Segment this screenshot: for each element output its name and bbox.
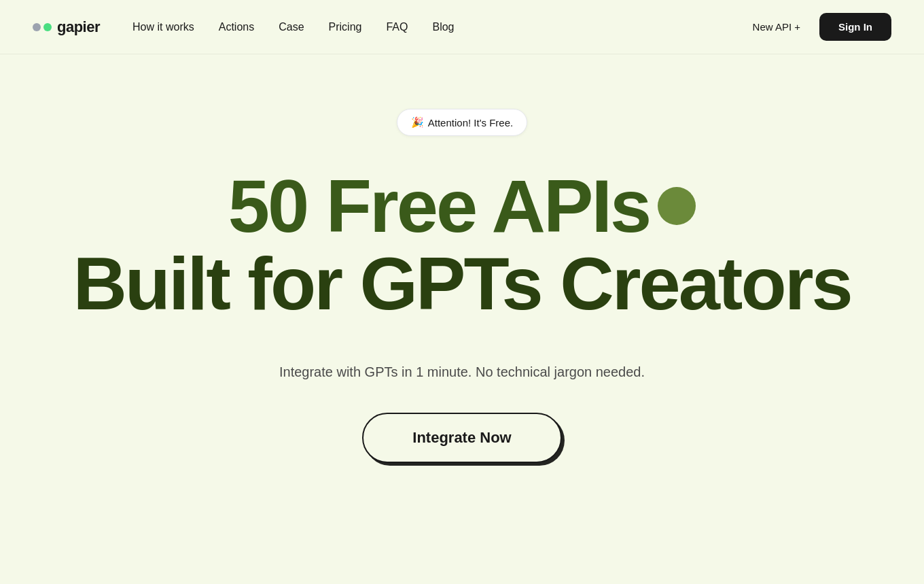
nav-link-pricing[interactable]: Pricing	[329, 21, 362, 33]
headline-line1: 50 Free APIs	[73, 169, 851, 243]
logo-dot-green	[43, 23, 52, 31]
attention-badge: 🎉 Attention! It's Free.	[397, 109, 527, 136]
logo[interactable]: gapier	[33, 18, 100, 36]
nav-link-faq[interactable]: FAQ	[386, 21, 408, 33]
logo-icon	[33, 23, 52, 31]
hero-headline: 50 Free APIs Built for GPTs Creators	[73, 169, 851, 321]
logo-dot-gray	[33, 23, 41, 31]
sign-in-button[interactable]: Sign In	[819, 13, 891, 41]
nav-link-actions[interactable]: Actions	[219, 21, 254, 33]
headline-line1-text: 50 Free APIs	[228, 169, 650, 243]
hero-subtitle: Integrate with GPTs in 1 minute. No tech…	[279, 364, 645, 380]
nav-left: gapier How it works Actions Case Pricing…	[33, 18, 455, 36]
nav-link-case[interactable]: Case	[279, 21, 304, 33]
headline-line2: Built for GPTs Creators	[73, 246, 851, 321]
badge-emoji: 🎉	[411, 116, 424, 128]
nav-link-blog[interactable]: Blog	[432, 21, 454, 33]
nav-right: New API + Sign In	[745, 13, 891, 41]
logo-text: gapier	[57, 18, 100, 36]
headline-dot	[658, 187, 696, 225]
nav-link-how-it-works[interactable]: How it works	[132, 21, 194, 33]
nav-links: How it works Actions Case Pricing FAQ Bl…	[132, 21, 454, 33]
new-api-button[interactable]: New API +	[745, 16, 808, 38]
navbar: gapier How it works Actions Case Pricing…	[0, 0, 924, 54]
hero-section: 🎉 Attention! It's Free. 50 Free APIs Bui…	[0, 54, 924, 504]
integrate-now-button[interactable]: Integrate Now	[362, 413, 561, 463]
badge-text: Attention! It's Free.	[428, 117, 513, 128]
